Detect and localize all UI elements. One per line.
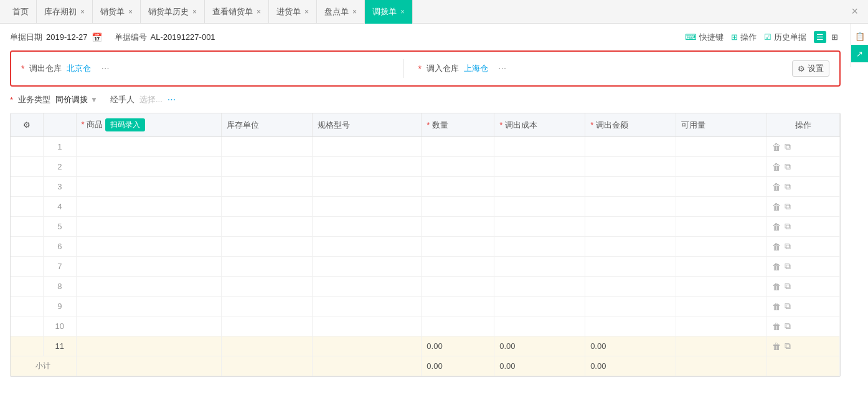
row-spec-4[interactable]	[313, 197, 422, 217]
row-qty-1[interactable]	[422, 137, 494, 157]
row-amount-7[interactable]	[585, 257, 676, 277]
row-available-2[interactable]	[676, 157, 767, 177]
row-cost-5[interactable]	[494, 217, 585, 237]
row-amount-10[interactable]	[585, 316, 676, 336]
row-copy-icon-2[interactable]: ⧉	[785, 161, 791, 172]
row-available-8[interactable]	[676, 277, 767, 297]
row-copy-icon-3[interactable]: ⧉	[785, 181, 791, 192]
row-product-3[interactable]	[76, 177, 222, 197]
row-copy-icon-9[interactable]: ⧉	[785, 301, 791, 312]
tab-purchase-order-close[interactable]: ×	[304, 7, 309, 16]
row-delete-icon-7[interactable]: 🗑	[772, 262, 781, 272]
tab-inventory-check-close[interactable]: ×	[352, 7, 357, 16]
row-delete-icon-1[interactable]: 🗑	[772, 142, 781, 152]
row-copy-icon-7[interactable]: ⧉	[785, 261, 791, 272]
row-spec-5[interactable]	[313, 217, 422, 237]
row-amount-3[interactable]	[585, 177, 676, 197]
window-close-button[interactable]: ×	[846, 5, 863, 18]
operations-button[interactable]: ⊞ 操作	[731, 32, 757, 43]
row-delete-icon-3[interactable]: 🗑	[772, 182, 781, 192]
row-cost-9[interactable]	[494, 297, 585, 316]
row-product-7[interactable]	[76, 257, 222, 277]
row-qty-10[interactable]	[422, 316, 494, 336]
row-spec-8[interactable]	[313, 277, 422, 297]
row-copy-icon-10[interactable]: ⧉	[785, 321, 791, 331]
tab-home[interactable]: 首页	[5, 0, 37, 24]
row-copy-icon-1[interactable]: ⧉	[785, 141, 791, 152]
row-product-5[interactable]	[76, 217, 222, 237]
row-cost-2[interactable]	[494, 157, 585, 177]
row-delete-icon-9[interactable]: 🗑	[772, 302, 781, 312]
row-available-5[interactable]	[676, 217, 767, 237]
calendar-icon[interactable]: 📅	[92, 32, 102, 42]
view-grid-icon[interactable]: ⊞	[829, 31, 841, 43]
row-available-1[interactable]	[676, 137, 767, 157]
row-delete-icon-2[interactable]: 🗑	[772, 162, 781, 172]
row-product-2[interactable]	[76, 157, 222, 177]
row-spec-9[interactable]	[313, 297, 422, 316]
row-product-8[interactable]	[76, 277, 222, 297]
tab-view-sales-close[interactable]: ×	[257, 7, 261, 16]
sidebar-note-button[interactable]: 📋	[852, 29, 867, 44]
tab-sales-history[interactable]: 销货单历史 ×	[141, 0, 205, 24]
row-product-6[interactable]	[76, 237, 222, 257]
manager-dots[interactable]: ···	[167, 94, 176, 105]
warehouse-in-dots[interactable]: ···	[498, 63, 506, 74]
subtotal-copy-icon[interactable]: ⧉	[785, 341, 791, 351]
tab-transfer-order[interactable]: 调拨单 ×	[365, 0, 413, 24]
row-delete-icon-5[interactable]: 🗑	[772, 222, 781, 232]
business-type-select[interactable]: 同价调拨 ▼	[55, 94, 98, 105]
row-unit-1[interactable]	[222, 137, 313, 157]
tab-inventory-check[interactable]: 盘点单 ×	[317, 0, 365, 24]
row-product-10[interactable]	[76, 316, 222, 336]
scan-button[interactable]: 扫码录入	[105, 118, 145, 131]
row-cost-1[interactable]	[494, 137, 585, 157]
row-spec-2[interactable]	[313, 157, 422, 177]
row-spec-3[interactable]	[313, 177, 422, 197]
row-available-6[interactable]	[676, 237, 767, 257]
view-list-icon[interactable]: ☰	[814, 31, 826, 43]
row-spec-1[interactable]	[313, 137, 422, 157]
row-spec-7[interactable]	[313, 257, 422, 277]
row-unit-3[interactable]	[222, 177, 313, 197]
row-available-7[interactable]	[676, 257, 767, 277]
row-amount-5[interactable]	[585, 217, 676, 237]
row-copy-icon-6[interactable]: ⧉	[785, 241, 791, 252]
row-available-3[interactable]	[676, 177, 767, 197]
row-qty-3[interactable]	[422, 177, 494, 197]
row-cost-4[interactable]	[494, 197, 585, 217]
settings-button[interactable]: ⚙ 设置	[792, 60, 829, 77]
row-unit-5[interactable]	[222, 217, 313, 237]
row-qty-8[interactable]	[422, 277, 494, 297]
warehouse-out-dots[interactable]: ···	[101, 63, 109, 74]
row-unit-7[interactable]	[222, 257, 313, 277]
row-cost-6[interactable]	[494, 237, 585, 257]
row-unit-10[interactable]	[222, 316, 313, 336]
row-amount-6[interactable]	[585, 237, 676, 257]
row-unit-9[interactable]	[222, 297, 313, 316]
row-copy-icon-5[interactable]: ⧉	[785, 221, 791, 232]
row-qty-2[interactable]	[422, 157, 494, 177]
row-delete-icon-6[interactable]: 🗑	[772, 242, 781, 252]
tab-sales-order[interactable]: 销货单 ×	[93, 0, 141, 24]
row-cost-10[interactable]	[494, 316, 585, 336]
row-product-9[interactable]	[76, 297, 222, 316]
row-amount-1[interactable]	[585, 137, 676, 157]
shortcuts-button[interactable]: ⌨ 快捷键	[685, 32, 724, 43]
row-amount-4[interactable]	[585, 197, 676, 217]
sidebar-expand-button[interactable]: ↗	[851, 45, 869, 62]
row-qty-5[interactable]	[422, 217, 494, 237]
row-qty-6[interactable]	[422, 237, 494, 257]
row-qty-9[interactable]	[422, 297, 494, 316]
row-delete-icon-8[interactable]: 🗑	[772, 282, 781, 292]
row-unit-6[interactable]	[222, 237, 313, 257]
row-copy-icon-4[interactable]: ⧉	[785, 201, 791, 212]
row-unit-2[interactable]	[222, 157, 313, 177]
row-amount-2[interactable]	[585, 157, 676, 177]
col-settings-header[interactable]: ⚙	[11, 113, 44, 137]
row-available-10[interactable]	[676, 316, 767, 336]
row-spec-10[interactable]	[313, 316, 422, 336]
row-delete-icon-4[interactable]: 🗑	[772, 202, 781, 212]
row-qty-4[interactable]	[422, 197, 494, 217]
tab-sales-history-close[interactable]: ×	[192, 7, 197, 16]
